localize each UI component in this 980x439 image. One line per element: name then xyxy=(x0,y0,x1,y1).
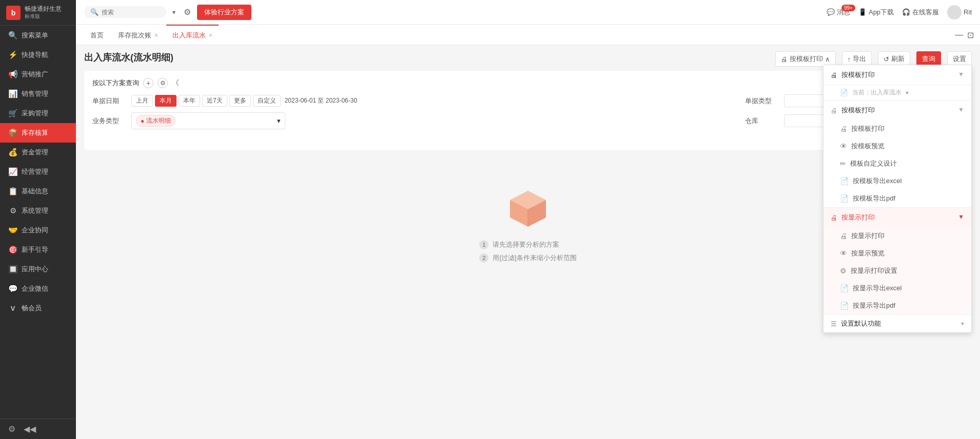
default-function-row[interactable]: ☰ 设置默认功能 ▾ xyxy=(824,315,971,332)
online-service-label: 在线客服 xyxy=(912,8,939,17)
biz-type-select[interactable]: ● 流水明细 ▾ xyxy=(131,112,285,129)
sidebar-item-label: 畅会员 xyxy=(22,304,42,313)
template-section-arrow: ▲ xyxy=(958,107,964,114)
sidebar-item-label: 基础信息 xyxy=(22,187,48,196)
message-btn[interactable]: 💬 消息 99+ xyxy=(827,8,850,17)
date-btn-7days[interactable]: 近7天 xyxy=(202,95,227,107)
finance-icon: 💰 xyxy=(8,148,17,157)
step-1-label: 请先选择要分析的方案 xyxy=(493,240,559,249)
date-btn-custom[interactable]: 自定义 xyxy=(253,95,281,107)
template-section-icon: 🖨 xyxy=(831,107,837,114)
topbar-search-input[interactable] xyxy=(102,9,153,16)
dropdown-collapse-arrow[interactable]: ▲ xyxy=(958,71,964,78)
topbar-search-box[interactable]: 🔍 xyxy=(84,6,166,18)
sidebar-item-finance[interactable]: 💰 资金管理 xyxy=(0,143,76,162)
date-btn-last-month[interactable]: 上月 xyxy=(131,95,153,107)
sidebar-item-search[interactable]: 🔍 搜索菜单 xyxy=(0,26,76,45)
trial-btn[interactable]: 体验行业方案 xyxy=(197,5,251,20)
filter-add-btn[interactable]: + xyxy=(143,78,153,88)
filter-settings-btn[interactable]: ⚙ xyxy=(158,78,168,88)
tab-home-label: 首页 xyxy=(90,31,104,40)
sidebar-bottom: ⚙ ◀◀ xyxy=(0,418,76,439)
current-expand-arrow[interactable]: ▾ xyxy=(906,89,909,96)
display-section-arrow: ▲ xyxy=(958,214,964,221)
tag-icon: ● xyxy=(141,117,144,125)
username-label: Rit xyxy=(964,8,972,16)
print-arrow: ∧ xyxy=(825,55,830,63)
settings-label: 设置 xyxy=(953,54,966,64)
user-avatar-area[interactable]: Rit xyxy=(947,5,972,19)
marketing-icon: 📢 xyxy=(8,70,17,79)
sidebar-item-label: 应用中心 xyxy=(22,265,48,274)
flow-detail-tag: ● 流水明细 xyxy=(136,115,175,127)
operation-icon: 📈 xyxy=(8,167,17,176)
tab-batch[interactable]: 库存批次账 × xyxy=(112,25,164,45)
display-preview-item[interactable]: 👁 按显示预览 xyxy=(824,245,971,262)
tab-flow-label: 出入库流水 xyxy=(172,31,206,40)
display-export-excel-item[interactable]: 📄 按显示导出excel xyxy=(824,280,971,297)
sidebar-item-quicknav[interactable]: ⚡ 快捷导航 xyxy=(0,45,76,65)
sidebar-item-sales[interactable]: 📊 销售管理 xyxy=(0,84,76,104)
display-print-item[interactable]: 🖨 按显示打印 xyxy=(824,227,971,245)
dropdown-current: 📄 当前：出入库流水 ▾ xyxy=(824,85,971,101)
display-print-settings-item[interactable]: ⚙ 按显示打印设置 xyxy=(824,262,971,280)
maximize-icon[interactable]: ⊡ xyxy=(967,30,974,39)
display-export-pdf-item[interactable]: 📄 按显示导出pdf xyxy=(824,297,971,314)
date-btn-this-year[interactable]: 本年 xyxy=(179,95,200,107)
collapse-icon[interactable]: ◀◀ xyxy=(24,424,36,434)
topbar-gear-icon[interactable]: ⚙ xyxy=(184,7,191,17)
sidebar-item-guide[interactable]: 🎯 新手引导 xyxy=(0,240,76,260)
sidebar-item-wechat[interactable]: 💬 企业微信 xyxy=(0,279,76,298)
tab-batch-close[interactable]: × xyxy=(154,32,158,39)
warehouse-label: 仓库 xyxy=(745,116,776,126)
sidebar-item-label: 新手引导 xyxy=(22,245,48,254)
display-print-header[interactable]: 🖨 按显示打印 ▲ xyxy=(824,208,971,227)
app-download-label: App下载 xyxy=(869,8,894,17)
sidebar-item-vip[interactable]: V 畅会员 xyxy=(0,298,76,318)
template-custom-item[interactable]: ✏ 模板自定义设计 xyxy=(824,155,971,172)
export-icon: ↑ xyxy=(848,55,851,63)
template-preview-item[interactable]: 👁 按模板预览 xyxy=(824,137,971,155)
tab-home[interactable]: 首页 xyxy=(84,25,110,45)
vip-icon: V xyxy=(8,305,17,312)
print-header-icon: 🖨 xyxy=(831,71,837,79)
date-btn-more[interactable]: 更多 xyxy=(229,95,251,107)
sidebar-item-system[interactable]: ⚙ 系统管理 xyxy=(0,201,76,221)
sidebar: b 畅捷通好生意 标准版 🔍 搜索菜单 ⚡ 快捷导航 📢 营销推广 📊 xyxy=(0,0,76,439)
sidebar-item-label: 企业微信 xyxy=(22,284,48,293)
tab-flow[interactable]: 出入库流水 × xyxy=(166,25,219,45)
tab-flow-close[interactable]: × xyxy=(209,32,212,39)
headset-icon: 🎧 xyxy=(902,8,910,16)
settings-bottom-icon[interactable]: ⚙ xyxy=(8,424,15,434)
template-export-excel-item[interactable]: 📄 按模板导出excel xyxy=(824,172,971,190)
sidebar-item-enterprise[interactable]: 🤝 企业协同 xyxy=(0,221,76,240)
sidebar-item-marketing[interactable]: 📢 营销推广 xyxy=(0,65,76,84)
template-export-pdf-item[interactable]: 📄 按模板导出pdf xyxy=(824,190,971,207)
guide-icon: 🎯 xyxy=(8,245,17,254)
date-buttons: 上月 本月 本年 近7天 更多 自定义 2023-06-01 至 2023-06… xyxy=(131,95,357,107)
template-print-header[interactable]: 🖨 按模板打印 ▲ xyxy=(824,101,971,120)
template-print-title: 🖨 按模板打印 xyxy=(831,106,875,115)
filter-collapse-btn[interactable]: 《 xyxy=(172,78,179,88)
minimize-icon[interactable]: — xyxy=(955,30,963,39)
refresh-icon: ↺ xyxy=(884,55,889,63)
message-badge: 99+ xyxy=(841,5,855,11)
date-btn-this-month[interactable]: 本月 xyxy=(155,95,177,107)
template-pdf-icon: 📄 xyxy=(840,194,849,203)
dropdown-title: 🖨 按模板打印 xyxy=(831,70,875,79)
default-function-arrow: ▾ xyxy=(961,320,964,327)
basic-icon: 📋 xyxy=(8,187,17,196)
app-download-btn[interactable]: 📱 App下载 xyxy=(858,8,894,17)
purchase-icon: 🛒 xyxy=(8,109,17,118)
topbar-dropdown-arrow[interactable]: ▾ xyxy=(172,9,175,16)
sidebar-item-inventory[interactable]: 📦 库存核算 xyxy=(0,123,76,143)
dropdown-header: 🖨 按模板打印 ▲ xyxy=(824,65,971,85)
sidebar-item-operation[interactable]: 📈 经营管理 xyxy=(0,162,76,182)
enterprise-icon: 🤝 xyxy=(8,226,17,235)
display-section-icon: 🖨 xyxy=(831,214,837,222)
template-print-item[interactable]: 🖨 按模板打印 xyxy=(824,120,971,137)
sidebar-item-basic[interactable]: 📋 基础信息 xyxy=(0,182,76,201)
sidebar-item-appstore[interactable]: 🔲 应用中心 xyxy=(0,260,76,279)
online-service-btn[interactable]: 🎧 在线客服 xyxy=(902,8,939,17)
sidebar-item-purchase[interactable]: 🛒 采购管理 xyxy=(0,104,76,123)
